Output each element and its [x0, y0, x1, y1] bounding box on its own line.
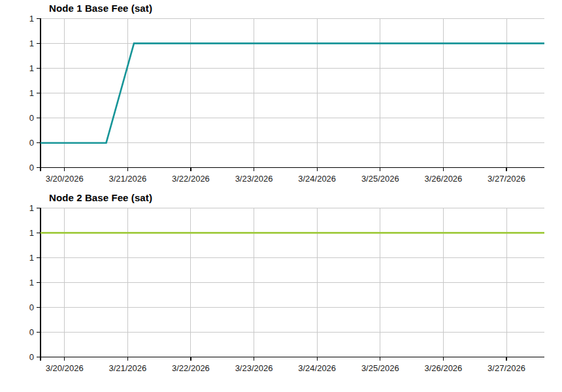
tick-labels: 11110003/20/20263/21/20263/22/20263/23/2…: [29, 203, 525, 373]
x-tick-label: 3/27/2026: [488, 174, 525, 184]
x-tick-label: 3/21/2026: [108, 174, 146, 184]
x-tick-label: 3/22/2026: [172, 174, 210, 184]
y-tick-label: 1: [29, 39, 34, 48]
x-tick-label: 3/27/2026: [488, 363, 525, 373]
y-tick-label: 0: [29, 302, 34, 312]
x-tick-label: 3/26/2026: [424, 363, 462, 373]
x-tick-label: 3/25/2026: [361, 174, 399, 184]
x-tick-label: 3/22/2026: [172, 363, 210, 373]
y-tick-label: 1: [29, 278, 34, 287]
axes: [37, 18, 544, 171]
y-tick-label: 1: [29, 88, 34, 98]
y-tick-label: 0: [29, 113, 34, 123]
y-tick-label: 1: [29, 203, 34, 213]
y-tick-label: 1: [29, 228, 34, 238]
node2-base-fee-chart: Node 2 Base Fee (sat) 11110003/20/20263/…: [0, 189, 562, 392]
x-tick-label: 3/20/2026: [46, 174, 84, 184]
x-tick-label: 3/20/2026: [46, 363, 84, 373]
x-tick-label: 3/23/2026: [235, 363, 273, 373]
gridlines: [41, 18, 544, 167]
x-tick-label: 3/26/2026: [424, 174, 462, 184]
x-tick-label: 3/25/2026: [361, 363, 399, 373]
x-tick-label: 3/23/2026: [235, 174, 273, 184]
y-tick-label: 1: [29, 253, 34, 263]
axes: [37, 208, 544, 361]
y-tick-label: 1: [29, 63, 34, 73]
gridlines: [41, 208, 544, 357]
x-tick-label: 3/21/2026: [108, 363, 146, 373]
node2-plot-area: 11110003/20/20263/21/20263/22/20263/23/2…: [0, 189, 562, 392]
y-tick-label: 0: [29, 352, 34, 362]
fee-charts-page: Node 1 Base Fee (sat) 11110003/20/20263/…: [0, 0, 562, 392]
node1-plot-area: 11110003/20/20263/21/20263/22/20263/23/2…: [0, 0, 562, 189]
node1-base-fee-chart: Node 1 Base Fee (sat) 11110003/20/20263/…: [0, 0, 562, 189]
y-tick-label: 0: [29, 138, 34, 148]
tick-labels: 11110003/20/20263/21/20263/22/20263/23/2…: [29, 14, 525, 184]
x-tick-label: 3/24/2026: [298, 363, 336, 373]
y-tick-label: 0: [29, 163, 34, 172]
y-tick-label: 0: [29, 327, 34, 337]
x-tick-label: 3/24/2026: [298, 174, 336, 184]
y-tick-label: 1: [29, 14, 34, 24]
